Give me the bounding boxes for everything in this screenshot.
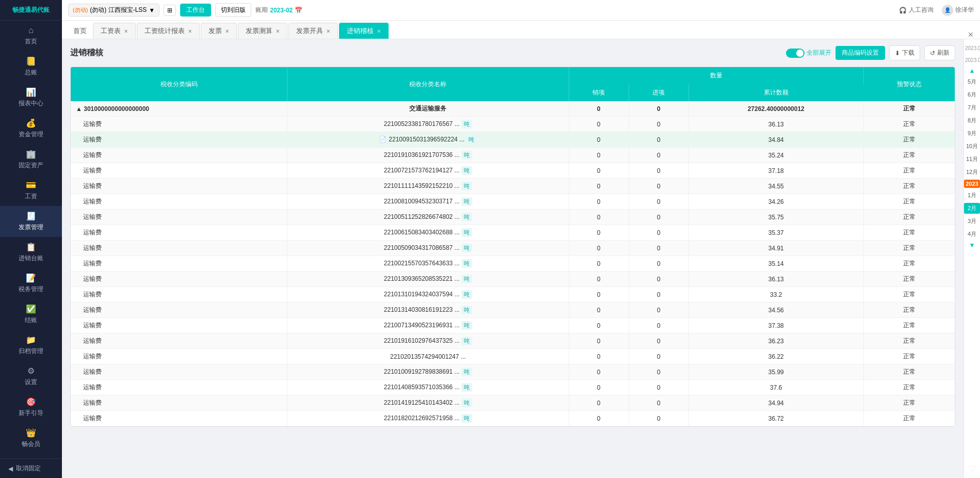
cell-invoice: 22101419125410143402 ... 吨 — [287, 395, 569, 411]
sidebar-item-home[interactable]: ⌂ 首页 — [0, 21, 62, 51]
chevron-up-icon[interactable]: ▲ — [969, 67, 975, 74]
settings-button[interactable]: 商品编码设置 — [836, 46, 885, 60]
table-row[interactable]: 运输费 22100511252826674802 ... 吨 0 0 35.75… — [71, 210, 955, 225]
tab-invoice-calc-close[interactable]: ✕ — [276, 28, 280, 34]
tab-salary-table-close[interactable]: ✕ — [124, 28, 128, 34]
tab-salary-table-label: 工资表 — [101, 26, 121, 36]
table-row[interactable]: 运输费 22101309365208535221 ... 吨 0 0 36.13… — [71, 272, 955, 287]
month-3[interactable]: 3月 — [964, 216, 980, 227]
cell-sales: 0 — [569, 411, 629, 426]
month-7[interactable]: 7月 — [964, 102, 980, 113]
close-all-button[interactable]: ✕ — [968, 30, 974, 39]
cell-invoice: 22100721573762194127 ... 吨 — [287, 163, 569, 179]
cell-sales: 0 — [569, 302, 629, 318]
unpin-button[interactable]: ◀ 取消固定 — [0, 459, 62, 478]
topbar: (勿动) (勿动) 江西报宝-LSS ▼ ⊞ 工作台 切到旧版 账期 2023-… — [62, 0, 980, 21]
sidebar-item-settle[interactable]: ✅ 结账 — [0, 299, 62, 330]
cell-sales: 0 — [569, 163, 629, 179]
sidebar-item-member[interactable]: 👑 畅会员 — [0, 423, 62, 454]
tab-home[interactable]: 首页 — [68, 23, 92, 39]
table-row[interactable]: 运输费 22100509034317086587 ... 吨 0 0 34.91… — [71, 241, 955, 256]
month-11[interactable]: 11月 — [964, 154, 980, 165]
cell-code: 运输费 — [71, 148, 287, 163]
tab-reconcile-close[interactable]: ✕ — [377, 28, 381, 34]
download-button[interactable]: ⬇ 下载 — [889, 45, 920, 60]
month-9[interactable]: 9月 — [964, 128, 980, 139]
tab-invoice-close[interactable]: ✕ — [225, 28, 229, 34]
heart-icon[interactable]: ♡ — [969, 464, 976, 474]
cell-forecast: 正常 — [863, 256, 955, 272]
tab-invoice-label: 发票 — [208, 26, 222, 36]
sidebar-item-guide[interactable]: 🎯 新手引导 — [0, 392, 62, 423]
year-2023-label[interactable]: 2023 — [964, 180, 980, 188]
table-row[interactable]: 运输费 22102013574294001247 ... 0 0 36.22 正… — [71, 349, 955, 364]
table-row[interactable]: 运输费 22101009192789838691 ... 吨 0 0 35.99… — [71, 364, 955, 380]
user-menu[interactable]: 👤 徐泽华 — [942, 5, 974, 16]
cell-purchase: 0 — [629, 194, 688, 210]
switch-button[interactable]: 切到旧版 — [215, 3, 251, 17]
month-6[interactable]: 6月 — [964, 89, 980, 100]
cell-code: 运输费 — [71, 395, 287, 411]
table-row[interactable]: 运输费 22101310194324037594 ... 吨 0 0 33.2 … — [71, 287, 955, 302]
download-icon: ⬇ — [895, 50, 900, 57]
cell-purchase: 0 — [629, 148, 688, 163]
table-row[interactable]: 运输费 22100721573762194127 ... 吨 0 0 37.18… — [71, 163, 955, 179]
table-row[interactable]: ▲ 3010000000000000000 交通运输服务 0 0 27262.4… — [71, 101, 955, 117]
month-8[interactable]: 8月 — [964, 115, 980, 126]
month-4[interactable]: 4月 — [964, 229, 980, 240]
sidebar-item-sales[interactable]: 📋 进销台账 — [0, 237, 62, 268]
topbar-left: (勿动) (勿动) 江西报宝-LSS ▼ ⊞ 工作台 切到旧版 账期 2023-… — [68, 3, 302, 17]
chevron-down-icon[interactable]: ▼ — [969, 242, 975, 249]
table-row[interactable]: 运输费 22101314030816191223 ... 吨 0 0 34.56… — [71, 302, 955, 318]
cell-cumulative: 37.6 — [688, 380, 863, 395]
tab-salary-stats[interactable]: 工资统计报表 ✕ — [137, 23, 200, 39]
month-1[interactable]: 1月 — [964, 190, 980, 201]
month-10[interactable]: 10月 — [964, 141, 980, 152]
table-row[interactable]: 运输费 22100810094532303717 ... 吨 0 0 34.26… — [71, 194, 955, 210]
calendar-icon[interactable]: 📅 — [295, 7, 302, 14]
content: 进销稽核 全部展开 商品编码设置 ⬇ 下载 ↺ 刷新 — [62, 39, 980, 478]
table-row[interactable]: 运输费 22101419125410143402 ... 吨 0 0 34.94… — [71, 395, 955, 411]
sidebar-item-report[interactable]: 📊 报表中心 — [0, 82, 62, 113]
tab-invoice-open[interactable]: 发票开具 ✕ — [288, 23, 338, 39]
sidebar-item-invoice[interactable]: 🧾 发票管理 — [0, 206, 62, 237]
table-row[interactable]: 运输费 22100615083403402688 ... 吨 0 0 35.37… — [71, 225, 955, 241]
table-row[interactable]: 运输费 22101820212692571958 ... 吨 0 0 36.72… — [71, 411, 955, 426]
company-selector[interactable]: (勿动) (勿动) 江西报宝-LSS ▼ — [68, 4, 159, 17]
sidebar-item-settings[interactable]: ⚙ 设置 — [0, 361, 62, 392]
sidebar-item-archive[interactable]: 📁 归档管理 — [0, 330, 62, 361]
month-2-active[interactable]: 2月 — [964, 203, 980, 214]
worktable-button[interactable]: 工作台 — [180, 4, 211, 17]
tab-invoice[interactable]: 发票 ✕ — [201, 23, 237, 39]
unit-tag: 吨 — [461, 259, 472, 268]
month-12[interactable]: 12月 — [964, 167, 980, 178]
copy-button[interactable]: ⊞ — [164, 5, 176, 16]
refresh-button[interactable]: ↺ 刷新 — [924, 45, 955, 60]
tab-reconcile[interactable]: 进销稽核 ✕ — [339, 23, 389, 39]
table-row[interactable]: 运输费 22101111143592152210 ... 吨 0 0 34.55… — [71, 179, 955, 194]
support-button[interactable]: 🎧 人工咨询 — [899, 6, 934, 14]
tab-salary-table[interactable]: 工资表 ✕ — [93, 23, 136, 39]
table-row[interactable]: 运输费 22101916102976437325 ... 吨 0 0 36.23… — [71, 333, 955, 349]
tab-salary-stats-close[interactable]: ✕ — [188, 28, 192, 34]
tab-invoice-calc[interactable]: 发票测算 ✕ — [238, 23, 287, 39]
toggle-switch[interactable] — [786, 49, 805, 58]
unit-tag: 吨 — [461, 368, 472, 376]
table-row[interactable]: 运输费 📄22100915031396592224 ... 吨 0 0 34.8… — [71, 132, 955, 148]
month-5[interactable]: 5月 — [964, 76, 980, 87]
sidebar-item-salary[interactable]: 💳 工资 — [0, 175, 62, 206]
sidebar-item-asset[interactable]: 🏢 固定资产 — [0, 144, 62, 175]
table-row[interactable]: 运输费 22100713490523196931 ... 吨 0 0 37.38… — [71, 318, 955, 333]
table-row[interactable]: 运输费 22101910361921707536 ... 吨 0 0 35.24… — [71, 148, 955, 163]
table-row[interactable]: 运输费 22101408593571035366 ... 吨 0 0 37.6 … — [71, 380, 955, 395]
unit-tag: 吨 — [461, 290, 472, 299]
toggle-expand[interactable]: 全部展开 — [786, 49, 831, 58]
sidebar-item-tax[interactable]: 📝 税务管理 — [0, 268, 62, 299]
table-row[interactable]: 运输费 22100215570357643633 ... 吨 0 0 35.14… — [71, 256, 955, 272]
cell-forecast: 正常 — [863, 380, 955, 395]
table-row[interactable]: 运输费 22100523381780176567 ... 吨 0 0 36.13… — [71, 117, 955, 132]
sidebar-item-ledger[interactable]: 📒 总账 — [0, 51, 62, 82]
cell-cumulative: 35.75 — [688, 210, 863, 225]
tab-invoice-open-close[interactable]: ✕ — [326, 28, 330, 34]
sidebar-item-fund[interactable]: 💰 资金管理 — [0, 113, 62, 144]
